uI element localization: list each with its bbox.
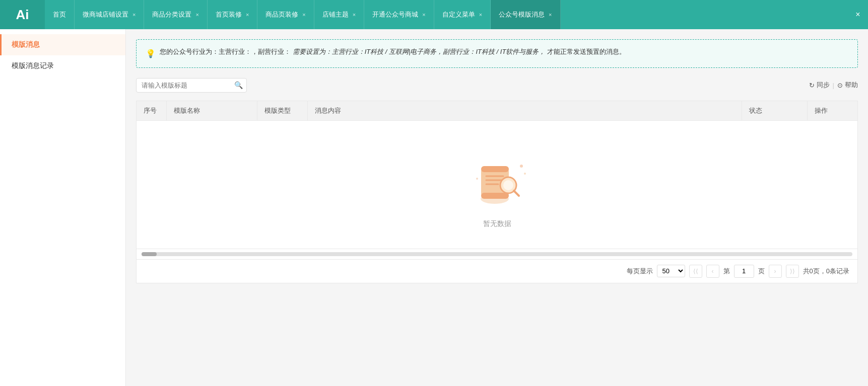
help-label: 帮助 bbox=[845, 81, 858, 90]
page-suffix-label: 页 bbox=[758, 267, 765, 276]
tab-store-settings[interactable]: 微商城店铺设置 × bbox=[75, 0, 144, 29]
svg-point-11 bbox=[524, 173, 526, 175]
svg-rect-3 bbox=[481, 193, 509, 199]
tab-product-category[interactable]: 商品分类设置 × bbox=[144, 0, 207, 29]
col-header-name: 模版名称 bbox=[167, 101, 257, 120]
prev-page-button[interactable]: ‹ bbox=[706, 265, 719, 278]
tab-open-mall-label: 开通公众号商城 bbox=[372, 10, 418, 19]
sidebar-item-template-msg-record-label: 模版消息记录 bbox=[12, 61, 54, 69]
help-icon: ⊙ bbox=[837, 82, 843, 89]
tab-home-decor-label: 首页装修 bbox=[216, 10, 242, 19]
data-table: 序号 模版名称 模版类型 消息内容 状态 操作 bbox=[136, 101, 858, 249]
current-page-input[interactable] bbox=[734, 265, 754, 278]
col-header-status: 状态 bbox=[742, 101, 808, 120]
sync-icon: ↻ bbox=[809, 82, 815, 89]
search-input[interactable] bbox=[136, 78, 247, 93]
notice-text: 您的公众号行业为：主营行业：，副营行业： 需要设置为：主营行业：IT科技 / 互… bbox=[160, 47, 626, 57]
tab-store-theme[interactable]: 店铺主题 × bbox=[314, 0, 364, 29]
tab-custom-menu-close[interactable]: × bbox=[479, 12, 482, 18]
tab-product-category-close[interactable]: × bbox=[195, 12, 198, 18]
pagination-bar: 每页显示 10 20 50 100 ⟨⟨ ‹ 第 页 › ⟩⟩ 共0页，0条记录 bbox=[136, 260, 858, 283]
tab-open-mall-close[interactable]: × bbox=[422, 12, 425, 18]
scrollbar-area bbox=[136, 249, 858, 260]
tab-home-label: 首页 bbox=[53, 10, 66, 19]
last-page-icon: ⟩⟩ bbox=[790, 268, 795, 275]
search-left: 🔍 bbox=[136, 78, 247, 93]
sync-button[interactable]: ↻ 同步 bbox=[809, 81, 830, 90]
tab-open-mall[interactable]: 开通公众号商城 × bbox=[364, 0, 434, 29]
tab-home-decor-close[interactable]: × bbox=[246, 12, 249, 18]
svg-point-12 bbox=[476, 178, 478, 180]
top-nav: Ai 首页 微商城店铺设置 × 商品分类设置 × 首页装修 × 商品页装修 × … bbox=[0, 0, 868, 29]
search-icon[interactable]: 🔍 bbox=[234, 81, 243, 89]
sidebar-item-template-msg[interactable]: 模版消息 bbox=[0, 34, 125, 55]
col-header-content: 消息内容 bbox=[308, 101, 742, 120]
notice-highlight: 需要设置为：主营行业：IT科技 / 互联网|电子商务，副营行业：IT科技 / I… bbox=[293, 48, 546, 55]
next-page-button[interactable]: › bbox=[769, 265, 782, 278]
prev-page-icon: ‹ bbox=[712, 268, 714, 275]
help-button[interactable]: ⊙ 帮助 bbox=[837, 81, 858, 90]
tab-store-settings-label: 微商城店铺设置 bbox=[83, 10, 128, 19]
page-prefix-label: 第 bbox=[723, 267, 730, 276]
tab-template-msg-label: 公众号模版消息 bbox=[499, 10, 545, 19]
notice-prefix: 您的公众号行业为：主营行业：，副营行业： bbox=[160, 48, 291, 55]
tab-product-category-label: 商品分类设置 bbox=[152, 10, 191, 19]
tab-store-settings-close[interactable]: × bbox=[132, 12, 136, 18]
svg-point-8 bbox=[503, 180, 513, 190]
notice-icon: 💡 bbox=[146, 47, 156, 60]
main-layout: 模版消息 模版消息记录 💡 您的公众号行业为：主营行业：，副营行业： 需要设置为… bbox=[0, 29, 868, 386]
svg-rect-2 bbox=[481, 166, 509, 172]
tab-template-msg-close[interactable]: × bbox=[549, 12, 552, 18]
tab-custom-menu-label: 自定义菜单 bbox=[442, 10, 475, 19]
tab-home[interactable]: 首页 bbox=[45, 0, 75, 29]
total-info: 共0页，0条记录 bbox=[803, 267, 849, 276]
page-size-select[interactable]: 10 20 50 100 bbox=[657, 265, 685, 277]
first-page-button[interactable]: ⟨⟨ bbox=[689, 265, 702, 278]
search-input-wrap: 🔍 bbox=[136, 78, 247, 93]
sidebar-item-template-msg-record[interactable]: 模版消息记录 bbox=[0, 55, 125, 76]
tab-template-msg[interactable]: 公众号模版消息 × bbox=[491, 0, 560, 29]
toolbar-divider: | bbox=[833, 82, 834, 89]
tab-store-theme-close[interactable]: × bbox=[353, 12, 356, 18]
content-area: 💡 您的公众号行业为：主营行业：，副营行业： 需要设置为：主营行业：IT科技 /… bbox=[126, 29, 868, 386]
sidebar-item-template-msg-label: 模版消息 bbox=[12, 40, 40, 48]
notice-suffix: 才能正常发送预置的消息。 bbox=[547, 48, 626, 55]
empty-state-row: 暂无数据 bbox=[137, 120, 858, 249]
tab-home-decor[interactable]: 首页装修 × bbox=[208, 0, 257, 29]
svg-point-10 bbox=[520, 165, 523, 168]
table-header-row: 序号 模版名称 模版类型 消息内容 状态 操作 bbox=[137, 101, 858, 120]
tab-product-decor-close[interactable]: × bbox=[302, 12, 305, 18]
svg-line-9 bbox=[514, 191, 519, 196]
last-page-button[interactable]: ⟩⟩ bbox=[786, 265, 799, 278]
first-page-icon: ⟨⟨ bbox=[693, 268, 698, 275]
sync-label: 同步 bbox=[817, 81, 830, 90]
tab-product-decor[interactable]: 商品页装修 × bbox=[257, 0, 314, 29]
page-size-label: 每页显示 bbox=[627, 267, 653, 276]
tab-custom-menu[interactable]: 自定义菜单 × bbox=[434, 0, 491, 29]
empty-illustration bbox=[467, 151, 527, 211]
search-bar: 🔍 ↻ 同步 | ⊙ 帮助 bbox=[136, 78, 858, 93]
col-header-action: 操作 bbox=[808, 101, 858, 120]
nav-tabs: 首页 微商城店铺设置 × 商品分类设置 × 首页装修 × 商品页装修 × 店铺主… bbox=[45, 0, 848, 29]
col-header-seq: 序号 bbox=[137, 101, 167, 120]
sidebar: 模版消息 模版消息记录 bbox=[0, 29, 126, 386]
empty-text: 暂无数据 bbox=[483, 219, 511, 228]
col-header-type: 模版类型 bbox=[257, 101, 308, 120]
tab-store-theme-label: 店铺主题 bbox=[322, 10, 349, 19]
tab-product-decor-label: 商品页装修 bbox=[265, 10, 298, 19]
next-page-icon: › bbox=[774, 268, 776, 275]
horizontal-scrollbar[interactable] bbox=[142, 252, 852, 256]
close-all-button[interactable]: × bbox=[848, 0, 868, 29]
logo: Ai bbox=[0, 0, 45, 29]
toolbar-right: ↻ 同步 | ⊙ 帮助 bbox=[809, 81, 858, 90]
notice-banner: 💡 您的公众号行业为：主营行业：，副营行业： 需要设置为：主营行业：IT科技 /… bbox=[136, 39, 858, 68]
empty-state: 暂无数据 bbox=[137, 121, 857, 249]
